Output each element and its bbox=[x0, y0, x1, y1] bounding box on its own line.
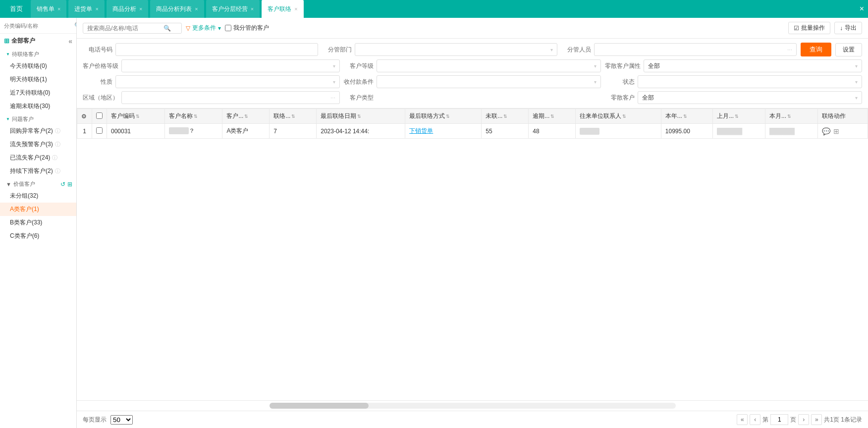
col-this-year[interactable]: 本年... ⇅ bbox=[661, 109, 712, 124]
export-btn[interactable]: ↓ 导出 bbox=[834, 22, 862, 34]
col-last-method[interactable]: 最后联络方式 ⇅ bbox=[405, 109, 482, 124]
sidebar-item-abnormal[interactable]: 回购异常客户(2) ⓘ bbox=[0, 124, 76, 138]
scattered-attr-input[interactable]: 全部 ▾ bbox=[644, 59, 862, 72]
scattered-input[interactable]: 全部 ▾ bbox=[638, 91, 862, 104]
region-input[interactable]: ··· bbox=[121, 91, 340, 104]
col-overdue[interactable]: 逾期... ⇅ bbox=[529, 109, 576, 124]
page-size-select[interactable]: 50 20 100 bbox=[110, 415, 133, 425]
nav-tab-sales-close[interactable]: × bbox=[57, 6, 60, 12]
next-page-btn[interactable]: › bbox=[798, 414, 809, 425]
field-payment: 收付款条件 ▾ bbox=[344, 75, 601, 88]
sidebar-item-atRisk[interactable]: 流失预警客户(3) ⓘ bbox=[0, 138, 76, 151]
sidebar-search-input[interactable] bbox=[4, 23, 72, 29]
adv-settings-btn[interactable]: 设置 bbox=[835, 43, 862, 56]
col-name[interactable]: 客户名称 ⇅ bbox=[164, 109, 222, 124]
my-customers-check[interactable] bbox=[225, 25, 231, 31]
nav-tab-sales[interactable]: 销售单 × bbox=[31, 0, 66, 18]
cust-level-input[interactable]: ▾ bbox=[377, 59, 601, 72]
col-checkbox[interactable] bbox=[92, 109, 107, 124]
col-last-method-label: 最后联络方式 bbox=[409, 112, 445, 120]
sidebar-item-lost[interactable]: 已流失客户(24) ⓘ bbox=[0, 151, 76, 164]
table-header-row: ⚙ 客户编码 ⇅ 客户名称 bbox=[77, 109, 868, 124]
col-gear[interactable]: ⚙ bbox=[77, 109, 92, 124]
col-last-month[interactable]: 上月... ⇅ bbox=[713, 109, 765, 124]
filter-search-icon[interactable]: 🔍 bbox=[163, 25, 171, 32]
sidebar-item-b-class[interactable]: B类客户(33) bbox=[0, 216, 76, 229]
more-filters-btn[interactable]: ▽ 更多条件 ▾ bbox=[186, 24, 221, 32]
nav-home[interactable]: 首页 bbox=[4, 0, 29, 18]
settings-icon[interactable]: ⊞ bbox=[67, 181, 72, 188]
col-no-contact[interactable]: 未联... ⇅ bbox=[482, 109, 529, 124]
col-this-month[interactable]: 本月... ⇅ bbox=[765, 109, 817, 124]
refresh-icon[interactable]: ↺ bbox=[60, 181, 65, 188]
grid-action-icon[interactable]: ⊞ bbox=[833, 127, 839, 135]
nature-input[interactable]: ▾ bbox=[115, 75, 340, 88]
row-checkbox-cell bbox=[92, 124, 107, 139]
col-no-contact-label: 未联... bbox=[486, 112, 502, 120]
sidebar-item-tomorrow[interactable]: 明天待联络(1) bbox=[0, 73, 76, 86]
payment-input[interactable]: ▾ bbox=[377, 75, 601, 88]
query-btn[interactable]: 查询 bbox=[801, 43, 831, 56]
sidebar-item-today[interactable]: 今天待联络(0) bbox=[0, 59, 76, 73]
row-this-month-masked: ██████ bbox=[769, 128, 795, 135]
col-code[interactable]: 客户编码 ⇅ bbox=[107, 109, 165, 124]
field-cust-type: 客户类型 bbox=[344, 91, 601, 104]
info-icon-declining: ⓘ bbox=[55, 167, 60, 175]
sidebar-item-a-class[interactable]: A类客户(1) bbox=[0, 203, 76, 216]
prev-page-btn[interactable]: ‹ bbox=[750, 414, 760, 425]
batch-op-btn[interactable]: ☑ 批量操作 bbox=[788, 22, 830, 34]
horizontal-scrollbar[interactable] bbox=[270, 403, 676, 409]
nav-tab-segment-close[interactable]: × bbox=[251, 6, 254, 12]
nav-tab-purchase-close[interactable]: × bbox=[95, 6, 98, 12]
status-input[interactable]: ▾ bbox=[638, 75, 862, 88]
nav-tab-analysis-list-label: 商品分析列表 bbox=[156, 5, 192, 13]
nav-tab-customer-contact[interactable]: 客户联络 × bbox=[262, 0, 303, 18]
sidebar-item-b-class-label: B类客户(33) bbox=[10, 218, 42, 227]
sort-icon-code: ⇅ bbox=[136, 114, 140, 119]
page-number-input[interactable] bbox=[770, 414, 788, 425]
window-close-icon[interactable]: × bbox=[860, 4, 864, 13]
col-last-date[interactable]: 最后联络日期 ⇅ bbox=[317, 109, 405, 124]
sidebar-item-ungrouped[interactable]: 未分组(32) bbox=[0, 189, 76, 203]
first-page-btn[interactable]: « bbox=[737, 414, 748, 425]
phone-input[interactable] bbox=[115, 43, 318, 56]
row-contact-count: 7 bbox=[270, 124, 317, 139]
sidebar-item-declining-label: 持续下滑客户(2) bbox=[10, 167, 53, 175]
filter-search-input[interactable] bbox=[87, 25, 162, 32]
dept-input[interactable]: ▾ bbox=[355, 43, 557, 56]
action-icons: 💬 ⊞ bbox=[822, 127, 864, 135]
nav-tab-contact-close[interactable]: × bbox=[294, 6, 297, 12]
chat-icon[interactable]: 💬 bbox=[822, 127, 830, 135]
col-contact-person[interactable]: 往来单位联系人 ⇅ bbox=[576, 109, 661, 124]
nav-tab-analysis-close[interactable]: × bbox=[139, 6, 142, 12]
row-level: A类客户 bbox=[222, 124, 270, 139]
select-all-checkbox[interactable] bbox=[96, 112, 103, 119]
nav-tab-purchase[interactable]: 进货单 × bbox=[68, 0, 104, 18]
sidebar-all-customers[interactable]: ⊞ 全部客户 « bbox=[0, 34, 76, 48]
scrollbar-thumb[interactable] bbox=[270, 403, 369, 409]
last-page-btn[interactable]: » bbox=[811, 414, 822, 425]
triangle-icon2: ▼ bbox=[6, 117, 10, 121]
sidebar-item-c-class[interactable]: C类客户(6) bbox=[0, 229, 76, 243]
col-overdue-label: 逾期... bbox=[533, 112, 549, 120]
nav-tab-analysis-list[interactable]: 商品分析列表 × bbox=[150, 0, 204, 18]
cust-type-input[interactable] bbox=[377, 91, 601, 104]
row-last-method-link[interactable]: 下销货单 bbox=[409, 127, 433, 134]
nav-tab-analysis-list-close[interactable]: × bbox=[195, 6, 198, 12]
row-checkbox[interactable] bbox=[96, 127, 103, 134]
price-level-input[interactable]: ▾ bbox=[121, 59, 340, 72]
sidebar-item-overdue[interactable]: 逾期未联络(30) bbox=[0, 100, 76, 113]
sidebar-item-7days[interactable]: 近7天待联络(0) bbox=[0, 86, 76, 100]
nav-tab-sales-label: 销售单 bbox=[37, 5, 54, 13]
person-input[interactable]: ··· bbox=[594, 43, 797, 56]
sidebar-item-declining[interactable]: 持续下滑客户(2) ⓘ bbox=[0, 164, 76, 178]
my-customers-checkbox[interactable]: 我分管的客户 bbox=[225, 24, 269, 32]
nav-tab-customer-segment[interactable]: 客户分层经营 × bbox=[206, 0, 260, 18]
nav-tab-analysis[interactable]: 商品分析 × bbox=[107, 0, 148, 18]
sidebar-collapse-btn[interactable]: « bbox=[68, 37, 72, 45]
filter-right-actions: ☑ 批量操作 ↓ 导出 bbox=[788, 22, 862, 34]
col-contact-count[interactable]: 联络... ⇅ bbox=[270, 109, 317, 124]
more-filters-label: 更多条件 bbox=[192, 24, 216, 32]
col-level[interactable]: 客户... ⇅ bbox=[222, 109, 270, 124]
cust-level-arrow: ▾ bbox=[594, 63, 597, 69]
